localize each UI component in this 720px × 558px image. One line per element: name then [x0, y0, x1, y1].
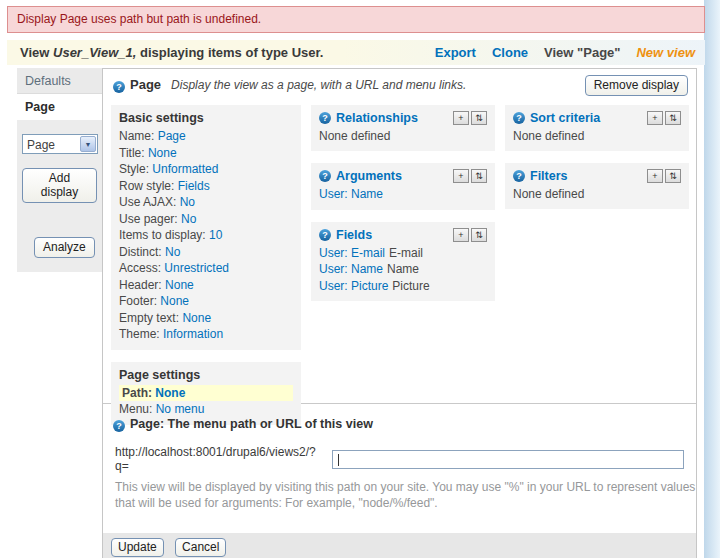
column-basic-settings: Basic settings Name: Page Title: None St… [111, 105, 301, 393]
setting-value-link[interactable]: Page [158, 129, 186, 143]
rearrange-icon[interactable]: ⇅ [471, 111, 487, 125]
setting-value-link[interactable]: None [182, 311, 211, 325]
setting-row-use-ajax: Use AJAX: No [119, 194, 293, 211]
help-icon[interactable]: ? [113, 420, 125, 432]
page-settings-box: Page settings Path: None Menu: No menu [111, 362, 301, 425]
setting-value-link[interactable]: Fields [178, 179, 210, 193]
setting-value-link[interactable]: 10 [209, 228, 222, 242]
path-value-link[interactable]: None [155, 386, 185, 400]
new-view-link[interactable]: New view [636, 45, 695, 60]
argument-item: User: Name [319, 186, 487, 203]
setting-row-distinct: Distinct: No [119, 244, 293, 261]
fields-box: ? Fields + ⇅ User: E-mailE-mail User: Na… [311, 222, 495, 302]
setting-label: Title: [119, 146, 145, 160]
path-input[interactable] [332, 450, 684, 469]
add-display-button[interactable]: Add display [22, 168, 97, 203]
sort-criteria-title-link[interactable]: Sort criteria [530, 111, 600, 125]
display-tabs-sidebar: Defaults Page Page ▼ Add display Analyze [17, 68, 102, 272]
setting-label: Use pager: [119, 212, 178, 226]
setting-row-empty-text: Empty text: None [119, 310, 293, 327]
argument-link[interactable]: User: Name [319, 187, 383, 201]
setting-value-link[interactable]: No [181, 212, 196, 226]
add-icon[interactable]: + [453, 228, 469, 242]
export-link[interactable]: Export [435, 45, 476, 60]
setting-label: Footer: [119, 294, 157, 308]
relationships-header: ? Relationships + ⇅ [319, 111, 487, 125]
tab-page-label: Page [25, 100, 55, 114]
update-button[interactable]: Update [111, 538, 164, 557]
setting-value-link[interactable]: None [148, 146, 177, 160]
sort-criteria-empty-text: None defined [513, 128, 681, 144]
field-admin-label: E-mail [389, 246, 423, 260]
clone-link[interactable]: Clone [492, 45, 528, 60]
display-type-select[interactable]: Page ▼ [22, 134, 98, 154]
menu-value-link[interactable]: No menu [156, 402, 205, 416]
form-actions: Update Cancel [103, 533, 696, 558]
tab-defaults[interactable]: Defaults [17, 68, 102, 94]
setting-label: Style: [119, 162, 149, 176]
filters-title-link[interactable]: Filters [530, 169, 568, 183]
help-icon[interactable]: ? [319, 112, 331, 124]
arguments-title-link[interactable]: Arguments [336, 169, 402, 183]
setting-row-path: Path: None [119, 385, 293, 402]
setting-label: Items to display: [119, 228, 206, 242]
path-input-wrap [332, 450, 684, 469]
view-title-suffix: displaying items of type User. [136, 45, 323, 60]
setting-label: Theme: [119, 327, 160, 341]
display-title: Page [130, 77, 161, 92]
remove-display-button[interactable]: Remove display [585, 75, 688, 96]
sidebar-controls: Page ▼ Add display Analyze [17, 120, 102, 272]
fields-title-link[interactable]: Fields [336, 228, 372, 242]
arguments-box: ? Arguments + ⇅ User: Name [311, 163, 495, 210]
setting-row-style: Style: Unformatted [119, 161, 293, 178]
views-ui: Defaults Page Page ▼ Add display Analyze… [17, 68, 697, 558]
setting-value-link[interactable]: Unrestricted [164, 261, 229, 275]
path-form-section: ?Page: The menu path or URL of this view… [103, 403, 696, 533]
view-page-link[interactable]: View "Page" [544, 45, 620, 60]
field-link[interactable]: User: Picture [319, 279, 388, 293]
setting-value-link[interactable]: Unformatted [152, 162, 218, 176]
help-icon[interactable]: ? [513, 170, 525, 182]
help-icon[interactable]: ? [319, 229, 331, 241]
add-icon[interactable]: + [647, 169, 663, 183]
fields-header: ? Fields + ⇅ [319, 228, 487, 242]
rearrange-icon[interactable]: ⇅ [471, 228, 487, 242]
add-icon[interactable]: + [453, 169, 469, 183]
rearrange-icon[interactable]: ⇅ [665, 169, 681, 183]
add-icon[interactable]: + [647, 111, 663, 125]
relationships-title-link[interactable]: Relationships [336, 111, 418, 125]
field-link[interactable]: User: Name [319, 262, 383, 276]
page: Display Page uses path but path is undef… [0, 0, 720, 558]
tab-page[interactable]: Page [17, 94, 102, 120]
column-right: ? Sort criteria + ⇅ None defined ? [505, 105, 689, 393]
filters-header: ? Filters + ⇅ [513, 169, 681, 183]
analyze-button[interactable]: Analyze [34, 237, 95, 258]
field-admin-label: Name [387, 262, 419, 276]
help-icon[interactable]: ? [319, 170, 331, 182]
add-icon[interactable]: + [453, 111, 469, 125]
column-middle: ? Relationships + ⇅ None defined ? [311, 105, 495, 393]
setting-label: Use AJAX: [119, 195, 176, 209]
help-icon[interactable]: ? [113, 81, 125, 93]
rearrange-icon[interactable]: ⇅ [471, 169, 487, 183]
setting-value-link[interactable]: No [165, 245, 180, 259]
view-header-bar: View User_View_1, displaying items of ty… [7, 40, 705, 65]
field-item: User: NameName [319, 261, 487, 278]
field-link[interactable]: User: E-mail [319, 246, 385, 260]
help-icon[interactable]: ? [513, 112, 525, 124]
setting-value-link[interactable]: None [165, 278, 194, 292]
setting-label: Distinct: [119, 245, 162, 259]
page-settings-title: Page settings [119, 368, 293, 382]
cancel-button[interactable]: Cancel [175, 538, 226, 557]
setting-value-link[interactable]: Information [163, 327, 223, 341]
basic-settings-box: Basic settings Name: Page Title: None St… [111, 105, 301, 350]
chevron-down-icon[interactable]: ▼ [80, 136, 96, 152]
setting-row-row-style: Row style: Fields [119, 178, 293, 195]
setting-row-header: Header: None [119, 277, 293, 294]
setting-value-link[interactable]: None [160, 294, 189, 308]
display-description: Display the view as a page, with a URL a… [171, 78, 466, 92]
settings-columns: Basic settings Name: Page Title: None St… [103, 101, 696, 403]
relationships-actions: + ⇅ [453, 111, 487, 125]
setting-value-link[interactable]: No [180, 195, 195, 209]
rearrange-icon[interactable]: ⇅ [665, 111, 681, 125]
